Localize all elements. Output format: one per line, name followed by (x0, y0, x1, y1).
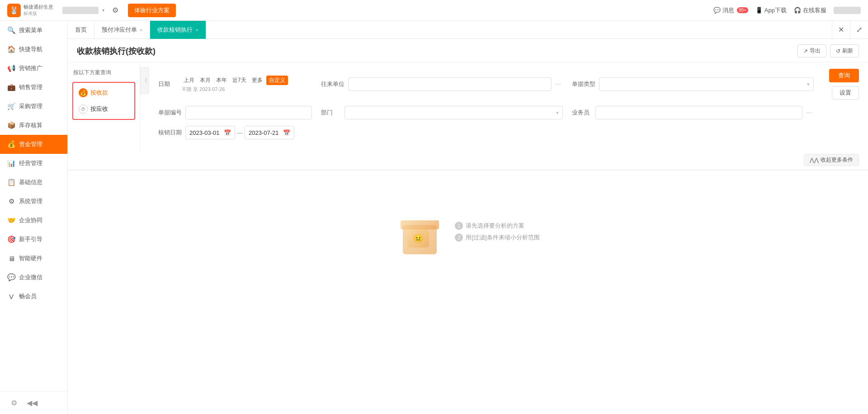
sidebar-label-member: 畅会员 (19, 292, 37, 300)
refresh-button[interactable]: ↺ 刷新 (830, 44, 859, 57)
sales-icon: 💼 (7, 83, 15, 91)
chevron-down-icon: ▾ (102, 8, 104, 13)
sidebar-settings-btn[interactable]: ⚙ (7, 396, 21, 409)
shortcut-this-year[interactable]: 本年 (214, 76, 229, 85)
tab-prepay[interactable]: 预付冲应付单 × (94, 21, 150, 39)
counterparty-more-btn[interactable]: ··· (553, 80, 563, 88)
tab-close-btn[interactable]: ✕ (832, 21, 850, 39)
query-button[interactable]: 查询 (829, 69, 859, 82)
box-lid (401, 220, 439, 229)
online-service-label: 在线客服 (803, 6, 826, 14)
salesperson-field: 业务员 ··· (572, 106, 814, 119)
sidebar-label-guide: 新手引导 (19, 235, 42, 243)
salesperson-label: 业务员 (572, 109, 592, 117)
sidebar-item-sales[interactable]: 💼 销售管理 (0, 78, 67, 97)
main-layout: 🔍 搜索菜单 🏠 快捷导航 📢 营销推广 💼 销售管理 🛒 采购管理 📦 库存核… (0, 21, 868, 414)
sidebar-item-inventory[interactable]: 📦 库存核算 (0, 116, 67, 135)
wechat-icon: 💬 (7, 273, 15, 281)
settings-icon[interactable]: ⚙ (108, 3, 123, 18)
sidebar-item-finance[interactable]: 💰 资金管理 (0, 135, 67, 154)
sidebar-label-collab: 企业协同 (19, 216, 42, 224)
doc-no-field: 单据编号 (158, 106, 312, 119)
shortcut-custom[interactable]: 自定义 (266, 76, 288, 85)
export-icon: ↗ (803, 48, 808, 54)
sidebar-item-purchase[interactable]: 🛒 采购管理 (0, 97, 67, 116)
doc-no-label: 单据编号 (158, 109, 182, 117)
empty-illustration-wrap: 😐 1 请先选择要分析的方案 2 用[过滤]条件来缩小分析范围 (396, 207, 539, 257)
date-unlimited: 不限 至 2023-07-26 (182, 86, 288, 93)
sidebar-item-operations[interactable]: 📊 经营管理 (0, 154, 67, 173)
tab-bar-actions: ✕ ⤢ (832, 21, 868, 39)
sidebar-item-basic[interactable]: 📋 基础信息 (0, 173, 67, 192)
service-icon: 🎧 (794, 7, 801, 14)
tab-bar: 首页 预付冲应付单 × 收款核销执行 × ✕ ⤢ (68, 21, 868, 39)
verify-date-label: 核销日期 (158, 128, 182, 137)
doc-type-arrow: ▾ (807, 81, 810, 87)
tab-maximize-btn[interactable]: ⤢ (850, 21, 868, 39)
sidebar-item-wechat[interactable]: 💬 企业微信 (0, 268, 67, 287)
date-shortcuts: 上月 本月 本年 近7天 更多 自定义 (182, 76, 288, 85)
sidebar-label-hardware: 智能硬件 (19, 254, 42, 262)
app-download-btn[interactable]: 📱 App下载 (755, 6, 787, 14)
box-face: 😐 (407, 229, 429, 247)
export-button[interactable]: ↗ 导出 (797, 44, 826, 57)
department-select[interactable]: ▾ (344, 106, 563, 119)
shortcut-7days[interactable]: 近7天 (231, 76, 248, 85)
filter-collapse-btn[interactable]: 《 (140, 67, 149, 94)
counterparty-label: 往来单位 (321, 80, 344, 88)
date-separator: — (237, 129, 243, 136)
verify-date-end[interactable]: 2023-07-21 📅 (245, 126, 294, 139)
end-calendar-icon[interactable]: 📅 (283, 129, 290, 136)
page-content: 收款核销执行(按收款) ↗ 导出 ↺ 刷新 (68, 39, 868, 414)
shortcut-this-month[interactable]: 本月 (198, 76, 212, 85)
sidebar-item-member[interactable]: V 畅会员 (0, 287, 67, 306)
sidebar-item-search[interactable]: 🔍 搜索菜单 (0, 21, 67, 40)
app-name: 畅捷通好生意 (24, 4, 53, 10)
start-calendar-icon[interactable]: 📅 (224, 129, 231, 136)
doc-type-select[interactable]: ▾ (599, 77, 814, 91)
app-logo: 🐰 畅捷通好生意 标准版 (7, 4, 53, 17)
sidebar-item-collab[interactable]: 🤝 企业协同 (0, 211, 67, 230)
tab-receipt-close[interactable]: × (195, 27, 198, 33)
tab-receipt[interactable]: 收款核销执行 × (150, 21, 206, 39)
filter-row-2: 单据编号 部门 ▾ 业务员 (158, 106, 859, 119)
filter-settings-button[interactable]: 设置 (832, 86, 859, 100)
filter-area: 按以下方案查询 💰 按收款 ⏱ 按应收 (68, 62, 868, 152)
counterparty-input[interactable] (348, 77, 552, 91)
sidebar-label-operations: 经营管理 (19, 159, 42, 167)
sidebar-item-marketing[interactable]: 📢 营销推广 (0, 59, 67, 78)
sidebar-item-nav[interactable]: 🏠 快捷导航 (0, 40, 67, 59)
trial-button[interactable]: 体验行业方案 (128, 4, 176, 17)
salesperson-more-btn[interactable]: ··· (804, 109, 814, 117)
download-icon: 📱 (755, 7, 763, 14)
doc-no-input[interactable] (185, 106, 312, 119)
empty-state: 😐 1 请先选择要分析的方案 2 用[过滤]条件来缩小分析范围 (68, 171, 868, 284)
filter-option-by-receipt[interactable]: 💰 按收款 (73, 85, 134, 101)
sidebar-collapse-btn[interactable]: ◀◀ (25, 396, 39, 409)
collapse-more-section: ⋀⋀ 收起更多条件 (68, 152, 868, 170)
tab-prepay-close[interactable]: × (140, 27, 142, 33)
salesperson-input[interactable] (595, 106, 802, 119)
shortcut-more[interactable]: 更多 (250, 76, 264, 85)
app-edition: 标准版 (24, 10, 53, 17)
online-service-btn[interactable]: 🎧 在线客服 (794, 6, 826, 14)
hardware-icon: 🖥 (7, 255, 15, 262)
refresh-icon: ↺ (836, 48, 840, 54)
sidebar-bottom: ⚙ ◀◀ (0, 391, 67, 414)
sidebar-item-system[interactable]: ⚙ 系统管理 (0, 192, 67, 211)
message-btn[interactable]: 💬 消息 99+ (713, 6, 748, 14)
collapse-more-label: 收起更多条件 (821, 156, 853, 164)
tab-home[interactable]: 首页 (68, 21, 94, 39)
filter-option-by-receivable[interactable]: ⏱ 按应收 (73, 101, 134, 117)
sidebar-item-guide[interactable]: 🎯 新手引导 (0, 230, 67, 249)
user-avatar[interactable] (834, 7, 861, 14)
sidebar-label-purchase: 采购管理 (19, 102, 42, 110)
sidebar-item-hardware[interactable]: 🖥 智能硬件 (0, 249, 67, 268)
receipt-icon: 💰 (79, 88, 88, 97)
shortcut-last-month[interactable]: 上月 (182, 76, 196, 85)
verify-date-start[interactable]: 2023-03-01 📅 (185, 126, 235, 139)
sidebar-label-basic: 基础信息 (19, 178, 42, 186)
collapse-more-btn[interactable]: ⋀⋀ 收起更多条件 (804, 154, 859, 166)
company-selector[interactable]: ▾ (62, 7, 104, 14)
filter-sidebar: 按以下方案查询 💰 按收款 ⏱ 按应收 (68, 62, 140, 152)
